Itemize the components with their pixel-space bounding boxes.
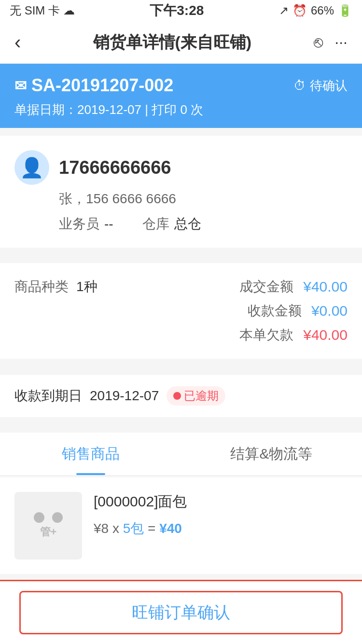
confirm-order-button[interactable]: 旺铺订单确认 [19, 591, 343, 634]
transaction-value: ¥40.00 [303, 279, 348, 295]
owl-eyes [34, 512, 63, 523]
owl-text: 管+ [40, 525, 57, 539]
product-name: [0000002]面包 [94, 492, 348, 512]
salesperson-label: 业务员 [59, 215, 99, 233]
bottom-bar: 旺铺订单确认 [0, 580, 362, 644]
back-button[interactable]: ‹ [14, 31, 21, 53]
tabs-section: 销售商品 结算&物流等 [0, 433, 362, 476]
share-button[interactable]: ⎋ [314, 33, 323, 51]
product-qty: 5包 [123, 521, 144, 536]
owl-eye-right [52, 512, 63, 523]
customer-section: 👤 17666666666 张，156 6666 6666 业务员 -- 仓库 … [0, 136, 362, 248]
order-date: 单据日期：2019-12-07 | 打印 0 次 [14, 101, 348, 118]
tab-underline [76, 473, 105, 475]
collected-row: 收款金额 ¥0.00 [248, 302, 348, 320]
confirm-order-label: 旺铺订单确认 [132, 602, 230, 624]
product-type-label: 商品种类 [14, 278, 69, 296]
product-item: 管+ [0000002]面包 ¥8 x 5包 = ¥40 [14, 492, 348, 560]
order-icon: ✉ [14, 77, 27, 94]
transaction-row: 成交金额 ¥40.00 [239, 278, 348, 296]
sim-status: 无 SIM 卡 ☁ [10, 3, 75, 18]
owl-eye-left [34, 512, 44, 523]
divider-3 [0, 417, 362, 425]
collected-value: ¥0.00 [311, 303, 348, 319]
product-type-value: 1种 [76, 278, 97, 296]
customer-meta: 业务员 -- 仓库 总仓 [59, 215, 348, 233]
product-logo: 管+ [34, 512, 63, 539]
amounts-area: 成交金额 ¥40.00 收款金额 ¥0.00 本单欠款 ¥40.00 [239, 278, 348, 344]
owed-row: 本单欠款 ¥40.00 [239, 326, 348, 344]
avatar-icon: 👤 [20, 156, 44, 179]
due-date: 2019-12-07 [90, 388, 159, 404]
summary-section: 商品种类 1种 成交金额 ¥40.00 收款金额 ¥0.00 本单欠款 ¥40.… [0, 263, 362, 359]
owed-label: 本单欠款 [239, 326, 293, 344]
product-total: ¥40 [159, 521, 182, 536]
product-info: [0000002]面包 ¥8 x 5包 = ¥40 [94, 492, 348, 538]
due-section: 收款到期日 2019-12-07 已逾期 [0, 374, 362, 417]
overdue-text: 已逾期 [184, 388, 219, 404]
divider-1 [0, 248, 362, 255]
warehouse-label: 仓库 [142, 215, 169, 233]
nav-bar: ‹ 销货单详情(来自旺铺) ⎋ ··· [0, 21, 362, 64]
divider-2 [0, 359, 362, 366]
status-time: 下午3:28 [150, 1, 204, 20]
tab-products-label: 销售商品 [62, 444, 120, 464]
transaction-label: 成交金额 [239, 278, 293, 296]
tabs-row: 销售商品 结算&物流等 [0, 433, 362, 475]
overdue-badge: 已逾期 [167, 386, 225, 406]
alarm-icon: ⏰ [292, 4, 307, 17]
overdue-dot-icon [173, 392, 181, 400]
warehouse-value: 总仓 [174, 215, 201, 233]
status-clock-icon: ⏱ [293, 78, 306, 93]
status-right: ↗ ⏰ 66% 🔋 [279, 4, 352, 17]
price-text: ¥8 x [94, 521, 123, 536]
due-label: 收款到期日 [14, 387, 82, 405]
battery-level: 66% [311, 4, 334, 17]
order-id: ✉ SA-20191207-002 [14, 75, 173, 96]
warehouse-field: 仓库 总仓 [142, 215, 201, 233]
customer-name: 张，156 6666 6666 [59, 190, 348, 208]
tab-products[interactable]: 销售商品 [0, 433, 181, 475]
status-text: 待确认 [310, 77, 348, 94]
customer-avatar: 👤 [14, 150, 49, 185]
nav-actions: ⎋ ··· [314, 33, 348, 51]
tab-settlement-label: 结算&物流等 [230, 444, 312, 464]
owed-value: ¥40.00 [303, 327, 348, 343]
status-bar: 无 SIM 卡 ☁ 下午3:28 ↗ ⏰ 66% 🔋 [0, 0, 362, 21]
order-id-text: SA-20191207-002 [31, 75, 173, 96]
tab-settlement[interactable]: 结算&物流等 [181, 433, 362, 475]
customer-phone: 17666666666 [59, 157, 171, 178]
product-thumbnail: 管+ [14, 492, 82, 560]
salesperson-value: -- [104, 216, 113, 232]
product-type-area: 商品种类 1种 [14, 278, 239, 296]
page-title: 销货单详情(来自旺铺) [30, 31, 314, 54]
product-list: 管+ [0000002]面包 ¥8 x 5包 = ¥40 [0, 477, 362, 574]
status-left: 无 SIM 卡 ☁ [10, 3, 75, 18]
order-status: ⏱ 待确认 [293, 77, 348, 94]
product-price: ¥8 x 5包 = ¥40 [94, 519, 348, 538]
salesperson-field: 业务员 -- [59, 215, 113, 233]
order-header-card: ✉ SA-20191207-002 ⏱ 待确认 单据日期：2019-12-07 … [0, 64, 362, 128]
price-separator: = [144, 521, 159, 536]
location-icon: ↗ [279, 4, 289, 17]
battery-icon: 🔋 [338, 4, 352, 17]
more-button[interactable]: ··· [334, 33, 348, 51]
collected-label: 收款金额 [248, 302, 302, 320]
